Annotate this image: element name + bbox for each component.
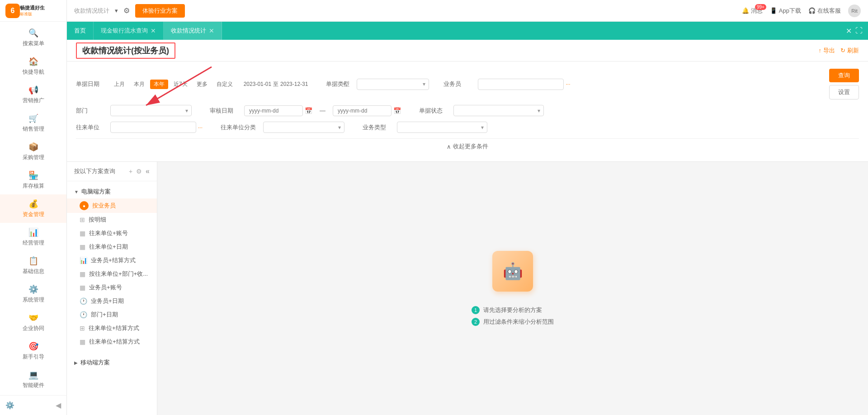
tab-bank[interactable]: 现金银行流水查询 ✕ — [94, 22, 164, 40]
partner-input[interactable] — [110, 122, 196, 133]
date-tab-custom[interactable]: 自定义 — [213, 80, 236, 89]
tree-item-partner-dept-collect[interactable]: ▦ 按往来单位+部门+收... — [67, 267, 157, 281]
doc-status-dropdown[interactable] — [453, 105, 544, 116]
tabbar-right-actions: ✕ ⛶ — [846, 22, 868, 40]
tab-bank-close-icon[interactable]: ✕ — [151, 28, 156, 34]
sidebar-item-wechat[interactable]: 💬 企业微信 — [0, 394, 66, 395]
settings-button[interactable]: 设置 — [829, 85, 859, 99]
filter-row-2: 部门 审核日期 📅 — 📅 单据状态 — [76, 105, 859, 116]
sidebar-item-quick-nav[interactable]: 🏠 快捷导航 — [0, 52, 66, 80]
salesperson-more-icon[interactable]: ··· — [566, 81, 570, 87]
topbar-settings-icon[interactable]: ⚙ — [123, 6, 130, 15]
step-num-2: 2 — [472, 318, 480, 326]
trial-button[interactable]: 体验行业方案 — [135, 4, 185, 18]
partner-cat-select[interactable] — [263, 122, 344, 133]
tree-item-salesperson[interactable]: ● 按业务员 — [67, 198, 157, 213]
mobile-section-arrow: ▶ — [74, 360, 78, 365]
left-panel-header: 按以下方案查询 + ⚙ « — [67, 162, 157, 181]
panel-settings-icon[interactable]: ⚙ — [136, 168, 142, 175]
dept-date-icon: 🕐 — [80, 311, 87, 318]
query-button[interactable]: 查询 — [829, 69, 859, 82]
review-date-to[interactable] — [333, 105, 392, 116]
partner-more-icon[interactable]: ··· — [198, 124, 203, 131]
salesperson-active-icon: ● — [80, 201, 89, 210]
sidebar-item-operation[interactable]: 📊 经营管理 — [0, 223, 66, 251]
sidebar-item-marketing[interactable]: 📢 营销推广 — [0, 80, 66, 109]
sidebar-item-enterprise[interactable]: 🤝 企业协同 — [0, 308, 66, 337]
tree-item-partner-account[interactable]: ▦ 往来单位+账号 — [67, 226, 157, 240]
topbar-dropdown-icon[interactable]: ▾ — [115, 7, 118, 14]
left-panel: 按以下方案查询 + ⚙ « ▼ 电脑端方案 ● 按业务员 ⊞ — [67, 162, 157, 415]
sidebar-item-guide[interactable]: 🎯 新手引导 — [0, 337, 66, 365]
biz-type-dropdown[interactable] — [397, 122, 487, 133]
tree-item-partner-date[interactable]: ▦ 往来单位+日期 — [67, 240, 157, 254]
topbar-app-download[interactable]: 📱 App下载 — [770, 7, 801, 15]
left-panel-title: 按以下方案查询 — [74, 167, 115, 175]
date-tab-this-month[interactable]: 本月 — [130, 80, 148, 89]
enterprise-icon: 🤝 — [28, 313, 38, 323]
doc-status-select[interactable] — [453, 105, 544, 116]
tab-maximize-icon[interactable]: ⛶ — [855, 27, 863, 35]
content-wrapper: 按以下方案查询 + ⚙ « ▼ 电脑端方案 ● 按业务员 ⊞ — [67, 162, 868, 415]
date-tab-7days[interactable]: 近7天 — [170, 80, 191, 89]
sidebar-item-purchase[interactable]: 📦 采购管理 — [0, 137, 66, 166]
calendar-from-icon[interactable]: 📅 — [305, 107, 312, 114]
tree-item-dept-date[interactable]: 🕐 部门+日期 — [67, 308, 157, 321]
partner-cat-dropdown[interactable] — [263, 122, 344, 133]
tree-item-salesperson-date[interactable]: 🕐 业务员+日期 — [67, 294, 157, 308]
biz-type-select[interactable] — [397, 122, 487, 133]
salesperson-input[interactable] — [478, 79, 564, 90]
sidebar-item-search[interactable]: 🔍 搜索菜单 — [0, 24, 66, 52]
type-dropdown[interactable] — [357, 79, 429, 90]
sidebar-settings-icon[interactable]: ⚙️ — [5, 401, 14, 410]
sidebar-item-hardware[interactable]: 💻 智能硬件 — [0, 365, 66, 394]
tree-item-partner-settlement-label: 往来单位+结算方式 — [89, 324, 139, 332]
mobile-section-header[interactable]: ▶ 移动端方案 — [67, 356, 157, 369]
sidebar-item-inventory[interactable]: 🏪 库存核算 — [0, 166, 66, 194]
tree-item-partner-settlement[interactable]: ⊞ 往来单位+结算方式 — [67, 321, 157, 335]
sidebar-item-basic[interactable]: 📋 基础信息 — [0, 251, 66, 280]
sidebar-item-finance[interactable]: 💰 资金管理 — [0, 194, 66, 223]
dept-dropdown[interactable] — [110, 105, 192, 116]
date-tab-last-month[interactable]: 上月 — [110, 80, 128, 89]
tab-collect[interactable]: 收款情况统计 ✕ — [164, 22, 222, 40]
logo-name: 畅捷通好生 — [20, 5, 45, 11]
user-avatar[interactable]: Rit — [848, 5, 861, 17]
refresh-button[interactable]: ↻ 刷新 — [840, 47, 859, 55]
tree-item-partner-settlement2[interactable]: ▦ 往来单位+结算方式 — [67, 335, 157, 349]
tree-item-detail[interactable]: ⊞ 按明细 — [67, 213, 157, 226]
type-select[interactable] — [357, 79, 429, 90]
panel-collapse-icon[interactable]: « — [146, 167, 150, 175]
sidebar-item-system[interactable]: ⚙️ 系统管理 — [0, 280, 66, 308]
salesperson-settlement-icon: 📊 — [80, 257, 87, 264]
review-date-from[interactable] — [244, 105, 303, 116]
export-button[interactable]: ↑ 导出 — [819, 47, 835, 55]
app-logo-icon: 6 — [5, 4, 20, 18]
sidebar-label-search: 搜索菜单 — [23, 40, 44, 47]
sidebar-item-sales[interactable]: 🛒 销售管理 — [0, 109, 66, 137]
tab-bank-label: 现金银行流水查询 — [101, 27, 148, 35]
desktop-section-arrow: ▼ — [74, 189, 79, 194]
date-tab-this-year[interactable]: 本年 — [150, 80, 168, 89]
topbar-message[interactable]: 🔔 消息 99+ — [742, 7, 763, 15]
collapse-more-button[interactable]: ∧ 收起更多条件 — [76, 138, 859, 154]
tab-close-all-icon[interactable]: ✕ — [846, 27, 852, 35]
empty-steps: 1 请先选择要分析的方案 2 用过滤条件来缩小分析范围 — [472, 306, 554, 326]
sidebar-collapse-icon[interactable]: ◀‍ — [56, 401, 61, 410]
tab-collect-close-icon[interactable]: ✕ — [209, 28, 214, 34]
date-from: 2023-01-01 — [244, 81, 271, 87]
calendar-to-icon[interactable]: 📅 — [393, 107, 401, 114]
tree-item-salesperson-account[interactable]: ▦ 业务员+账号 — [67, 281, 157, 294]
dept-select[interactable] — [110, 105, 192, 116]
desktop-section-label: 电脑端方案 — [81, 188, 111, 196]
filter-row-1: 单据日期 上月 本月 本年 近7天 更多 自定义 2023-01-01 至 20… — [76, 69, 859, 99]
tree-item-salesperson-settlement[interactable]: 📊 业务员+结算方式 — [67, 254, 157, 267]
sidebar-label-quick-nav: 快捷导航 — [23, 68, 44, 76]
panel-add-icon[interactable]: + — [129, 168, 132, 175]
tab-home[interactable]: 首页 — [67, 22, 94, 40]
desktop-section-header[interactable]: ▼ 电脑端方案 — [67, 185, 157, 198]
sidebar-label-basic: 基础信息 — [23, 268, 44, 275]
date-label: 单据日期 — [76, 80, 103, 88]
topbar-online-service[interactable]: 🎧 在线客服 — [808, 7, 841, 15]
date-tab-more[interactable]: 更多 — [193, 80, 211, 89]
